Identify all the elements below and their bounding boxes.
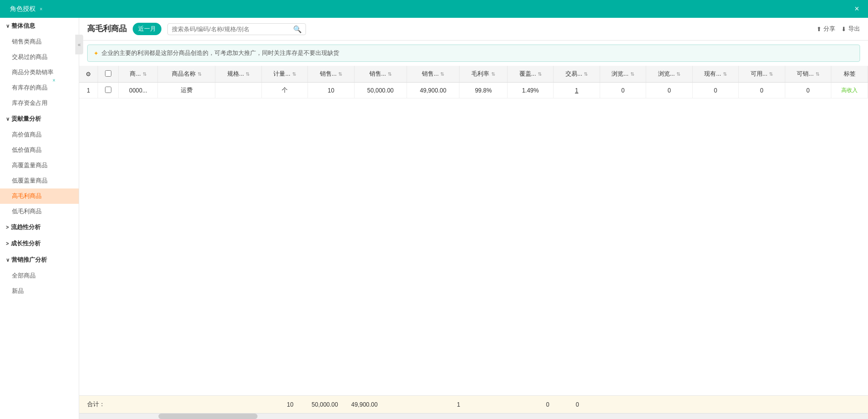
table-col-12[interactable]: 浏览... ⇅ (600, 66, 646, 83)
sidebar-item-新品[interactable]: 新品 (0, 283, 79, 299)
sort-icon: ⇅ (769, 71, 773, 77)
trade-link[interactable]: 1 (575, 87, 578, 94)
sort-icon: ⇅ (338, 71, 342, 77)
sidebar-group-label: 成长性分析 (11, 239, 41, 248)
table-col-6[interactable]: 销售... ⇅ (308, 66, 354, 83)
table-col-1 (98, 66, 119, 83)
tag: 高收入 (831, 83, 868, 98)
sidebar-item-高覆盖量商品[interactable]: 高覆盖量商品 (0, 158, 79, 173)
sort-icon: ⇅ (440, 71, 444, 77)
header-actions: ⬆ 分享 ⬇ 导出 (817, 25, 860, 33)
table-row: 10000...运费个1050,000.0049,900.0099.8%1.49… (79, 83, 868, 98)
footer-value-2: 49,900.00 (345, 401, 384, 408)
export-icon: ⬇ (841, 26, 846, 33)
table-col-2[interactable]: 商... ⇅ (118, 66, 158, 83)
table-col-5[interactable]: 计量... ⇅ (261, 66, 307, 83)
sidebar-item-低覆盖量商品[interactable]: 低覆盖量商品 (0, 173, 79, 188)
table-col-15[interactable]: 可用... ⇅ (739, 66, 785, 83)
table-col-10[interactable]: 覆盖... ⇅ (507, 66, 553, 83)
browse2: 0 (646, 83, 692, 98)
sidebar-item-低毛利商品[interactable]: 低毛利商品 (0, 204, 79, 219)
sidebar-group-成长性分析[interactable]: >成长性分析 (0, 235, 79, 252)
sidebar-group-流趋性分析[interactable]: >流趋性分析 (0, 219, 79, 235)
sort-icon: ⇅ (584, 71, 588, 77)
sidebar-group-贡献量分析[interactable]: ∨贡献量分析 (0, 111, 79, 127)
sidebar-group-label: 营销推广分析 (11, 256, 47, 264)
sort-icon: ⇅ (246, 71, 250, 77)
nav-close-icon[interactable]: × (40, 6, 43, 12)
nav-close-icon[interactable]: × (52, 24, 55, 30)
stock-current: 0 (692, 83, 738, 98)
sort-icon: ⇅ (676, 71, 680, 77)
footer-total-label: 合计： (87, 400, 275, 409)
sidebar-collapse-button[interactable]: « (75, 35, 83, 54)
table-col-4[interactable]: 规格... ⇅ (215, 66, 261, 83)
table-col-8[interactable]: 销售... ⇅ (407, 66, 459, 83)
chevron-icon: > (6, 241, 9, 246)
sidebar-item-高毛利商品[interactable]: 高毛利商品 (0, 188, 79, 204)
horizontal-scrollbar[interactable] (79, 413, 868, 419)
chevron-icon: ∨ (6, 116, 9, 122)
product-code: 0000... (118, 83, 158, 98)
sidebar-item-销售类商品[interactable]: 销售类商品 (0, 34, 79, 49)
export-button[interactable]: ⬇ 导出 (841, 25, 860, 33)
footer-value-9: 0 (562, 401, 592, 408)
chevron-icon: > (6, 225, 9, 230)
top-nav: 首页销售单×进货单×权限设置×角色授权×产成品入库单×单据模板设置×商品分析×商… (0, 0, 868, 18)
product-spec (215, 83, 261, 98)
nav-close-icon[interactable]: × (52, 78, 55, 83)
sidebar-item-全部商品[interactable]: 全部商品 (0, 268, 79, 283)
sort-icon: ⇅ (723, 71, 727, 77)
content-header: 高毛利商品 近一月 🔍 ⬆ 分享 ⬇ 导出 (79, 18, 868, 41)
share-button[interactable]: ⬆ 分享 (817, 25, 835, 33)
nav-item-角色授权[interactable]: 角色授权× (4, 0, 61, 18)
sidebar-item-商品分类助销率[interactable]: 商品分类助销率 (0, 65, 79, 80)
close-window-button[interactable]: × (850, 4, 864, 13)
table-col-16[interactable]: 可销... ⇅ (785, 66, 831, 83)
chevron-icon: ∨ (6, 257, 9, 263)
table-col-13[interactable]: 浏览... ⇅ (646, 66, 692, 83)
table-col-14[interactable]: 现有... ⇅ (692, 66, 738, 83)
table-col-0: ⚙ (79, 66, 98, 83)
sidebar-group-营销推广分析[interactable]: ∨营销推广分析 (0, 252, 79, 268)
page-title: 高毛利商品 (87, 24, 127, 34)
table-col-3[interactable]: 商品名称 ⇅ (158, 66, 215, 83)
sidebar-item-有库存的商品[interactable]: 有库存的商品 (0, 80, 79, 95)
sort-icon: ⇅ (292, 71, 296, 77)
sort-icon: ⇅ (198, 71, 202, 77)
sidebar-item-高价值商品[interactable]: 高价值商品 (0, 127, 79, 142)
table-wrapper: ⚙商... ⇅商品名称 ⇅规格... ⇅计量... ⇅销售... ⇅销售... … (79, 66, 868, 395)
info-icon: ✦ (94, 50, 99, 57)
gross-rate: 99.8% (460, 83, 508, 98)
select-all-checkbox[interactable] (105, 70, 111, 77)
sort-icon: ⇅ (388, 71, 392, 77)
stock-saleable: 0 (785, 83, 831, 98)
footer-value-8: 0 (533, 401, 562, 408)
table-col-17: 标签 (831, 66, 868, 83)
nav-close-icon[interactable]: × (40, 60, 43, 65)
row-checkbox[interactable] (98, 83, 119, 98)
sidebar-item-低价值商品[interactable]: 低价值商品 (0, 142, 79, 158)
sidebar-item-库存资金占用[interactable]: 库存资金占用 (0, 95, 79, 111)
footer-value-1: 50,000.00 (305, 401, 345, 408)
search-input[interactable] (172, 26, 293, 33)
sidebar-group-整体信息[interactable]: ∨整体信息 (0, 18, 79, 34)
filter-recent-month-button[interactable]: 近一月 (133, 23, 161, 35)
table-col-7[interactable]: 销售... ⇅ (354, 66, 407, 83)
sidebar-group-label: 贡献量分析 (11, 115, 41, 123)
search-icon[interactable]: 🔍 (293, 25, 302, 33)
footer-value-0: 10 (275, 401, 305, 408)
product-name: 运费 (158, 83, 215, 98)
sidebar: ∨整体信息销售类商品交易过的商品商品分类助销率有库存的商品库存资金占用∨贡献量分… (0, 18, 79, 419)
table-col-11[interactable]: 交易... ⇅ (554, 66, 600, 83)
search-box: 🔍 (167, 23, 306, 35)
sort-icon: ⇅ (143, 71, 147, 77)
row-select-checkbox[interactable] (105, 87, 111, 93)
info-banner: ✦ 企业的主要的利润都是这部分商品创造的，可考虑加大推广，同时关注库存是不要出现… (87, 45, 860, 62)
sidebar-group-label: 流趋性分析 (11, 223, 41, 232)
browse1: 0 (600, 83, 646, 98)
table-col-9[interactable]: 毛利率 ⇅ (460, 66, 508, 83)
trade: 1 (554, 83, 600, 98)
nav-close-icon[interactable]: × (52, 42, 55, 47)
scrollbar-thumb[interactable] (158, 414, 257, 419)
